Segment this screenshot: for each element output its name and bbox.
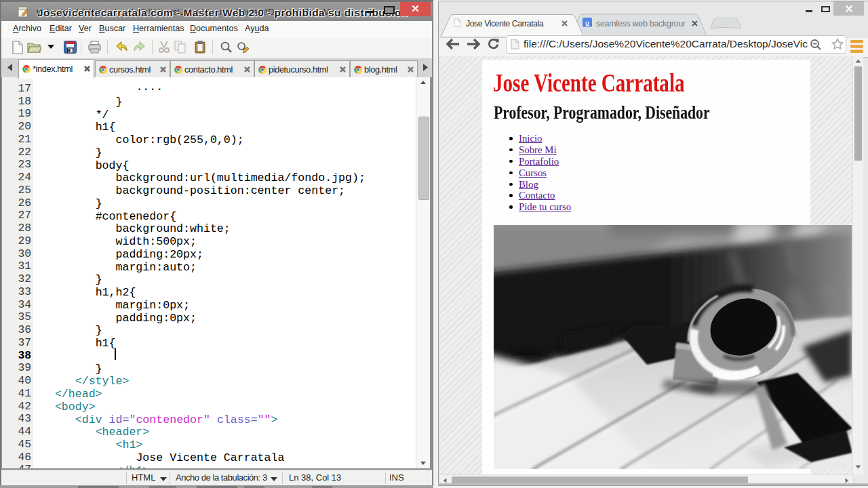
svg-text:g: g [585,18,590,27]
